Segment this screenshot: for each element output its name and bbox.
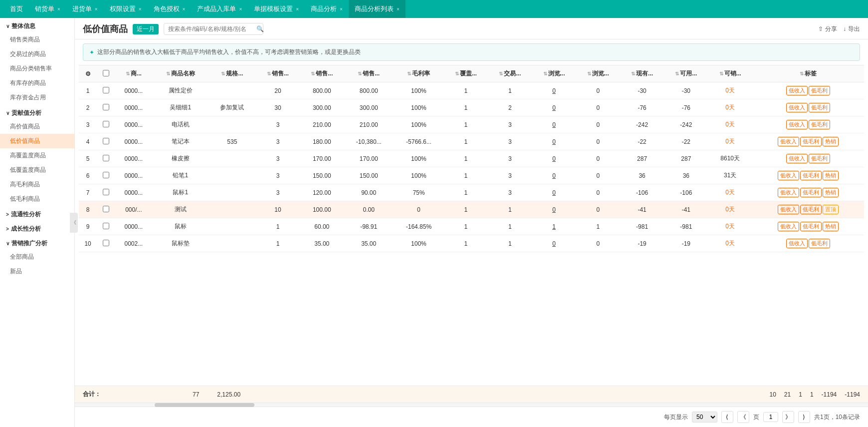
col-header-trade[interactable]: ⇅交易...	[488, 65, 532, 82]
scrollbar-thumb[interactable]	[155, 403, 254, 407]
header-right: ⇧ 分享 ↓ 导出	[818, 25, 860, 33]
row-tags: 低收入低毛利热销	[752, 133, 864, 150]
sidebar-group-整体信息[interactable]: ∨整体信息	[0, 18, 74, 32]
sidebar-group-贡献值分析[interactable]: ∨贡献值分析	[0, 105, 74, 119]
sidebar-item-交易过的商品[interactable]: 交易过的商品	[0, 47, 74, 61]
first-page-button[interactable]: ⟨	[721, 411, 733, 423]
sidebar-item-有库存的商品[interactable]: 有库存的商品	[0, 76, 74, 90]
row-views1[interactable]: 0	[532, 201, 576, 218]
row-views1[interactable]: 1	[532, 218, 576, 235]
export-button[interactable]: ↓ 导出	[843, 25, 860, 33]
sort-icon: ⇅	[166, 71, 170, 76]
close-icon[interactable]: ×	[139, 6, 142, 12]
sidebar-group-成长性分析[interactable]: >成长性分析	[0, 221, 74, 235]
close-icon[interactable]: ×	[239, 6, 242, 12]
col-header-settings[interactable]: ⚙	[79, 65, 97, 82]
row-tags: 低收入低毛利	[752, 150, 864, 167]
nav-item-单据模板设置[interactable]: 单据模板设置×	[248, 0, 305, 18]
page-input[interactable]	[763, 412, 778, 422]
row-checkbox[interactable]	[103, 223, 109, 229]
close-icon[interactable]: ×	[397, 6, 400, 12]
sidebar-group-营销推广分析[interactable]: ∨营销推广分析	[0, 235, 74, 250]
sidebar-group-流通性分析[interactable]: >流通性分析	[0, 206, 74, 221]
row-views1[interactable]: 0	[532, 82, 576, 99]
sidebar-item-高覆盖度商品[interactable]: 高覆盖度商品	[0, 148, 74, 163]
row-views1[interactable]: 0	[532, 133, 576, 150]
row-views1[interactable]: 0	[532, 167, 576, 184]
sidebar-item-商品分类销售率[interactable]: 商品分类销售率	[0, 61, 74, 76]
sidebar-item-库存资金占用[interactable]: 库存资金占用	[0, 90, 74, 105]
row-checkbox[interactable]	[103, 240, 109, 246]
col-header-available[interactable]: ⇅可用...	[664, 65, 708, 82]
row-views1[interactable]: 0	[532, 184, 576, 201]
row-views1[interactable]: 0	[532, 150, 576, 167]
settings-icon[interactable]: ⚙	[85, 70, 91, 77]
close-icon[interactable]: ×	[296, 6, 299, 12]
row-current: -981	[620, 218, 664, 235]
sidebar-collapse-button[interactable]: 《	[70, 213, 78, 233]
row-checkbox[interactable]	[103, 104, 109, 110]
col-header-current[interactable]: ⇅现有...	[620, 65, 664, 82]
col-header-checkbox[interactable]	[97, 65, 115, 82]
sidebar-item-低毛利商品[interactable]: 低毛利商品	[0, 192, 74, 206]
nav-item-首页[interactable]: 首页	[4, 0, 29, 18]
nav-item-进货单[interactable]: 进货单×	[66, 0, 104, 18]
nav-item-销货单[interactable]: 销货单×	[29, 0, 66, 18]
nav-item-商品分析[interactable]: 商品分析×	[305, 0, 349, 18]
col-header-views2[interactable]: ⇅浏览...	[576, 65, 620, 82]
close-icon[interactable]: ×	[95, 6, 98, 12]
sidebar-item-高价值商品[interactable]: 高价值商品	[0, 119, 74, 134]
row-views1[interactable]: 0	[532, 235, 576, 252]
col-label-gross: 毛利率	[412, 69, 430, 78]
row-checkbox[interactable]	[103, 155, 109, 161]
row-checkbox[interactable]	[103, 121, 109, 127]
col-header-coverage[interactable]: ⇅覆盖...	[444, 65, 488, 82]
next-page-button[interactable]: 》	[782, 411, 794, 423]
col-header-gross[interactable]: ⇅毛利率	[394, 65, 444, 82]
nav-item-商品分析列表[interactable]: 商品分析列表×	[349, 0, 406, 18]
select-all-checkbox[interactable]	[103, 70, 109, 76]
row-checkbox[interactable]	[103, 87, 109, 93]
close-icon[interactable]: ×	[340, 6, 343, 12]
sidebar-item-销售类商品[interactable]: 销售类商品	[0, 32, 74, 47]
nav-item-角色授权[interactable]: 角色授权×	[148, 0, 192, 18]
col-header-saleable[interactable]: ⇅可销...	[708, 65, 752, 82]
close-icon[interactable]: ×	[183, 6, 186, 12]
share-button[interactable]: ⇧ 分享	[818, 25, 837, 33]
col-header-views1[interactable]: ⇅浏览...	[532, 65, 576, 82]
nav-item-产成品入库单[interactable]: 产成品入库单×	[191, 0, 248, 18]
col-header-amount[interactable]: ⇅销售...	[300, 65, 344, 82]
col-header-spec[interactable]: ⇅规格...	[209, 65, 256, 82]
row-checkbox[interactable]	[103, 189, 109, 195]
row-views1[interactable]: 0	[532, 116, 576, 133]
tag-低毛利: 低毛利	[809, 154, 830, 163]
col-header-name[interactable]: ⇅商品名称	[153, 65, 209, 82]
sidebar-item-新品[interactable]: 新品	[0, 264, 74, 279]
row-available: 287	[664, 150, 708, 167]
search-input[interactable]	[164, 23, 263, 35]
sidebar-item-低覆盖度商品[interactable]: 低覆盖度商品	[0, 163, 74, 177]
col-header-avg_amount[interactable]: ⇅销售...	[344, 65, 394, 82]
row-checkbox[interactable]	[103, 138, 109, 144]
row-gross: 100%	[394, 99, 444, 116]
per-page-select[interactable]: 50 100	[692, 412, 717, 423]
col-label-coverage: 覆盖...	[460, 69, 477, 78]
sidebar-item-低价值商品[interactable]: 低价值商品	[0, 134, 74, 148]
row-num: 7	[79, 184, 97, 201]
prev-page-button[interactable]: 《	[737, 411, 749, 423]
row-views1[interactable]: 0	[532, 99, 576, 116]
last-page-button[interactable]: ⟩	[798, 411, 810, 423]
row-checkbox[interactable]	[103, 206, 109, 212]
row-amount: 120.00	[300, 184, 344, 201]
nav-item-权限设置[interactable]: 权限设置×	[104, 0, 148, 18]
close-icon[interactable]: ×	[57, 6, 60, 12]
col-header-code[interactable]: ⇅商...	[115, 65, 153, 82]
col-header-tags[interactable]: ⇅标签	[752, 65, 864, 82]
row-current: -30	[620, 82, 664, 99]
row-checkbox[interactable]	[103, 172, 109, 178]
col-header-qty[interactable]: ⇅销售...	[256, 65, 300, 82]
sidebar-item-全部商品[interactable]: 全部商品	[0, 250, 74, 264]
row-current: -41	[620, 201, 664, 218]
period-badge[interactable]: 近一月	[133, 24, 159, 34]
sidebar-item-高毛利商品[interactable]: 高毛利商品	[0, 177, 74, 192]
